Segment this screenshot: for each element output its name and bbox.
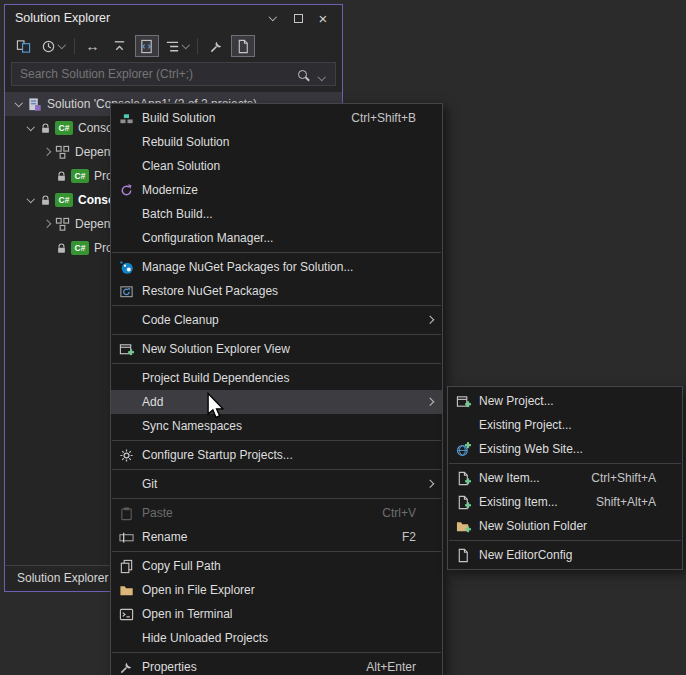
close-icon[interactable]: × [314, 9, 332, 27]
pending-changes-filter-button[interactable] [38, 35, 68, 57]
panel-titlebar: Solution Explorer × [5, 5, 342, 31]
menu-item-hide-unloaded-projects[interactable]: Hide Unloaded Projects [111, 626, 442, 650]
menu-item-sync-namespaces[interactable]: Sync Namespaces [111, 414, 442, 438]
submenu-item-new-item[interactable]: New Item... Ctrl+Shift+A [448, 466, 682, 490]
menu-item-project-build-dependencies[interactable]: Project Build Dependencies [111, 366, 442, 390]
expander-collapsed-icon[interactable] [39, 149, 55, 155]
build-icon [119, 111, 134, 126]
submenu-item-new-editorconfig[interactable]: New EditorConfig [448, 543, 682, 567]
restore-window-icon[interactable] [289, 9, 307, 27]
panel-title: Solution Explorer [15, 11, 110, 25]
solution-context-menu: Build Solution Ctrl+Shift+B Rebuild Solu… [110, 103, 443, 675]
window-position-chevron-icon[interactable] [264, 9, 282, 27]
submenu-item-existing-web-site[interactable]: Existing Web Site... [448, 437, 682, 461]
back-forward-button[interactable]: ↔ [81, 35, 105, 57]
menu-separator [112, 652, 441, 653]
csharp-file-icon: C# [71, 241, 89, 255]
expander-collapsed-icon[interactable] [39, 221, 55, 227]
menu-item-paste[interactable]: Paste Ctrl+V [111, 501, 442, 525]
menu-item-modernize[interactable]: Modernize [111, 178, 442, 202]
search-options-chevron-icon[interactable] [319, 65, 325, 83]
menu-separator [112, 334, 441, 335]
lock-icon [55, 170, 68, 183]
submenu-item-new-solution-folder[interactable]: New Solution Folder [448, 514, 682, 538]
lock-icon [39, 194, 52, 207]
rename-icon [119, 530, 134, 545]
menu-separator [112, 498, 441, 499]
new-project-icon [456, 394, 471, 409]
copy-icon [119, 559, 134, 574]
submenu-arrow-icon [425, 398, 433, 406]
globe-plus-icon [456, 442, 471, 457]
gear-icon [119, 448, 134, 463]
menu-separator [112, 305, 441, 306]
submenu-arrow-icon [425, 316, 433, 324]
nuget-restore-icon [119, 284, 134, 299]
expander-expanded-icon[interactable] [23, 199, 39, 202]
menu-item-open-in-file-explorer[interactable]: Open in File Explorer [111, 578, 442, 602]
mouse-cursor [206, 392, 225, 420]
search-input[interactable] [12, 67, 298, 81]
csharp-file-icon: C# [71, 169, 89, 183]
menu-item-copy-full-path[interactable]: Copy Full Path [111, 554, 442, 578]
toolbar-properties-button[interactable] [204, 35, 228, 57]
csharp-project-icon: C# [55, 121, 73, 135]
submenu-item-new-project[interactable]: New Project... [448, 389, 682, 413]
menu-item-properties[interactable]: Properties Alt+Enter [111, 655, 442, 675]
menu-item-code-cleanup[interactable]: Code Cleanup [111, 308, 442, 332]
menu-item-git[interactable]: Git [111, 472, 442, 496]
submenu-item-existing-item[interactable]: Existing Item... Shift+Alt+A [448, 490, 682, 514]
menu-separator [449, 540, 681, 541]
preview-selected-items-button[interactable] [231, 35, 255, 57]
dependencies-icon [55, 217, 70, 232]
folder-plus-icon [456, 519, 471, 534]
wrench-icon [119, 660, 134, 675]
existing-item-icon [456, 495, 471, 510]
paste-icon [119, 506, 134, 521]
menu-item-clean-solution[interactable]: Clean Solution [111, 154, 442, 178]
menu-item-restore-nuget-packages[interactable]: Restore NuGet Packages [111, 279, 442, 303]
menu-separator [112, 469, 441, 470]
collapse-all-button[interactable] [108, 35, 132, 57]
menu-item-batch-build[interactable]: Batch Build... [111, 202, 442, 226]
expander-expanded-icon[interactable] [11, 103, 27, 106]
menu-item-open-in-terminal[interactable]: Open in Terminal [111, 602, 442, 626]
panel-toolbar: ↔ [5, 31, 342, 61]
new-item-icon [456, 471, 471, 486]
editorconfig-icon [456, 548, 471, 563]
menu-item-configuration-manager[interactable]: Configuration Manager... [111, 226, 442, 250]
menu-item-configure-startup-projects[interactable]: Configure Startup Projects... [111, 443, 442, 467]
switch-views-button[interactable] [11, 35, 35, 57]
lock-icon [55, 242, 68, 255]
lock-icon [39, 122, 52, 135]
submenu-item-existing-project[interactable]: Existing Project... [448, 413, 682, 437]
menu-item-manage-nuget-packages[interactable]: Manage NuGet Packages for Solution... [111, 255, 442, 279]
menu-item-rebuild-solution[interactable]: Rebuild Solution [111, 130, 442, 154]
menu-separator [112, 252, 441, 253]
file-nesting-options-button[interactable] [162, 35, 192, 57]
search-box [11, 62, 336, 86]
sync-with-active-document-button[interactable] [135, 35, 159, 57]
menu-item-rename[interactable]: Rename F2 [111, 525, 442, 549]
menu-item-build-solution[interactable]: Build Solution Ctrl+Shift+B [111, 106, 442, 130]
dependencies-icon [55, 145, 70, 160]
menu-item-new-solution-explorer-view[interactable]: New Solution Explorer View [111, 337, 442, 361]
tab-solution-explorer[interactable]: Solution Explorer [5, 566, 121, 591]
expander-expanded-icon[interactable] [23, 127, 39, 130]
folder-icon [119, 583, 134, 598]
add-submenu: New Project... Existing Project... Exist… [447, 386, 683, 570]
menu-separator [112, 551, 441, 552]
menu-item-add[interactable]: Add [111, 390, 442, 414]
modernize-icon [119, 183, 134, 198]
submenu-arrow-icon [425, 480, 433, 488]
search-icon [298, 70, 307, 79]
menu-separator [112, 440, 441, 441]
terminal-icon [119, 607, 134, 622]
menu-separator [112, 363, 441, 364]
nuget-icon [119, 260, 134, 275]
solution-icon [27, 97, 42, 112]
menu-separator [449, 463, 681, 464]
csharp-project-icon: C# [55, 193, 73, 207]
new-view-icon [119, 342, 134, 357]
